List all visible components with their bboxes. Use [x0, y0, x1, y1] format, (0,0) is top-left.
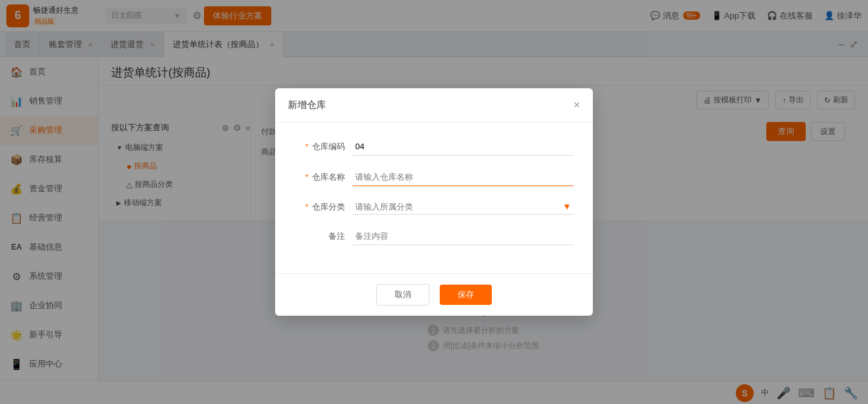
warehouse-name-row: * 仓库名称	[294, 168, 574, 186]
warehouse-code-label: * 仓库编码	[294, 141, 345, 152]
modal-header: 新增仓库 ×	[275, 88, 593, 123]
warehouse-name-label: * 仓库名称	[294, 172, 345, 183]
modal-close-button[interactable]: ×	[573, 98, 580, 112]
name-required-star: *	[305, 172, 308, 182]
category-dropdown-icon[interactable]: ▼	[562, 201, 571, 212]
warehouse-name-input[interactable]	[353, 168, 574, 186]
warehouse-category-input[interactable]	[355, 202, 562, 212]
warehouse-code-input[interactable]	[353, 138, 574, 156]
warehouse-remark-input[interactable]	[353, 227, 574, 245]
code-required-star: *	[305, 142, 308, 151]
add-warehouse-modal: 新增仓库 × * 仓库编码 * 仓库名称	[275, 88, 593, 316]
warehouse-code-row: * 仓库编码	[294, 138, 574, 156]
modal-title: 新增仓库	[288, 99, 326, 111]
warehouse-remark-label: 备注	[294, 231, 345, 242]
modal-footer: 取消 保存	[275, 273, 593, 316]
category-label-text: 仓库分类	[312, 202, 345, 212]
warehouse-category-row: * 仓库分类 ▼	[294, 199, 574, 215]
name-label-text: 仓库名称	[312, 172, 345, 182]
warehouse-remark-row: 备注	[294, 227, 574, 245]
modal-overlay: 新增仓库 × * 仓库编码 * 仓库名称	[0, 0, 868, 404]
save-button[interactable]: 保存	[440, 285, 492, 305]
code-label-text: 仓库编码	[312, 142, 345, 151]
category-required-star: *	[305, 202, 308, 212]
warehouse-category-label: * 仓库分类	[294, 201, 345, 213]
warehouse-category-wrapper[interactable]: ▼	[353, 199, 574, 215]
modal-body: * 仓库编码 * 仓库名称 * 仓库分类	[275, 123, 593, 273]
cancel-button[interactable]: 取消	[376, 284, 430, 306]
